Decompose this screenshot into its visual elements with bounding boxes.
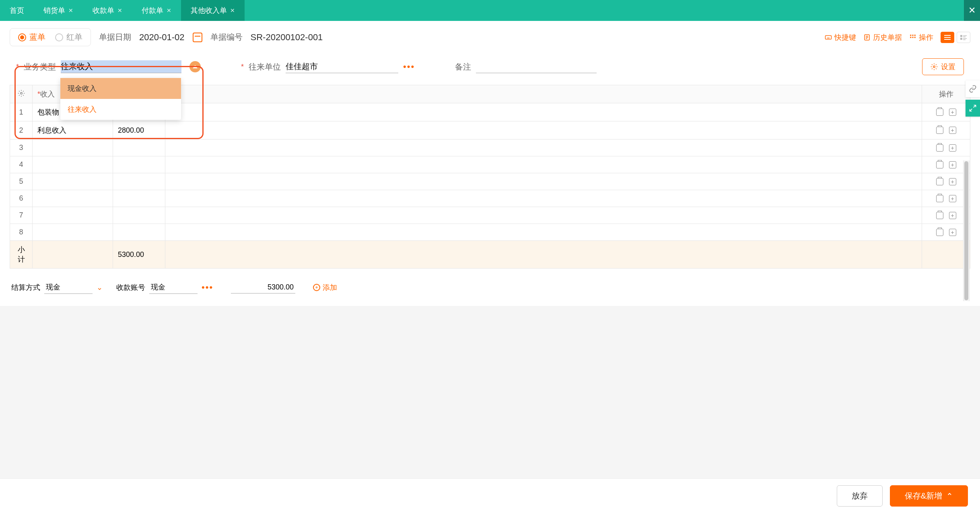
table-row[interactable]: 8 xyxy=(10,224,970,241)
amount-cell[interactable] xyxy=(113,190,165,207)
table-row[interactable]: 6 xyxy=(10,190,970,207)
dropdown-option-cash[interactable]: 现金收入 xyxy=(60,78,181,99)
chevron-up-icon[interactable] xyxy=(189,61,201,72)
add-row-icon[interactable] xyxy=(949,144,956,152)
tab-other-income[interactable]: 其他收入单✕ xyxy=(181,0,245,21)
delete-icon[interactable] xyxy=(936,229,943,236)
view-list-button[interactable] xyxy=(941,32,954,43)
gear-header[interactable] xyxy=(10,85,33,103)
settlement-method-field: 结算方式 现金 ⌄ xyxy=(11,281,103,294)
svg-point-14 xyxy=(933,66,935,68)
delete-icon[interactable] xyxy=(936,161,943,168)
add-row-icon[interactable] xyxy=(949,195,956,202)
add-row-icon[interactable] xyxy=(949,109,956,116)
view-card-button[interactable] xyxy=(957,32,970,43)
delete-icon[interactable] xyxy=(936,195,943,202)
more-icon[interactable]: ••• xyxy=(403,62,415,72)
svg-rect-4 xyxy=(914,35,916,36)
shortcut-link[interactable]: 快捷键 xyxy=(825,33,856,42)
remark-cell[interactable] xyxy=(165,121,922,140)
account-field: 收款账号 现金 ••• xyxy=(116,281,213,294)
table-row[interactable]: 5 xyxy=(10,173,970,190)
delete-icon[interactable] xyxy=(936,144,943,152)
gear-icon xyxy=(18,90,25,97)
link-icon xyxy=(969,85,977,93)
table-row[interactable]: 2 利息收入 2800.00 xyxy=(10,121,970,140)
svg-rect-6 xyxy=(912,37,914,38)
income-cell[interactable] xyxy=(33,156,113,173)
more-icon[interactable]: ••• xyxy=(202,282,213,293)
amount-cell[interactable] xyxy=(113,140,165,156)
add-row-icon[interactable] xyxy=(949,229,956,236)
chevron-up-icon: ⌃ xyxy=(946,491,953,501)
delete-icon[interactable] xyxy=(936,109,943,116)
payment-amount-input[interactable] xyxy=(231,281,295,293)
account-select[interactable]: 现金 xyxy=(149,281,198,294)
scrollbar[interactable] xyxy=(963,160,970,301)
add-row-icon[interactable] xyxy=(949,178,956,185)
form-row: * 业务类型 现金收入 往来收入 * 往来单位 ••• 备注 设置 xyxy=(0,53,980,85)
table-row[interactable]: 4 xyxy=(10,156,970,173)
remark-input[interactable] xyxy=(476,60,597,73)
remark-cell[interactable] xyxy=(165,190,922,207)
tab-sales[interactable]: 销货单✕ xyxy=(34,0,83,21)
tab-home[interactable]: 首页 xyxy=(0,0,34,21)
radio-red[interactable]: 红单 xyxy=(55,32,82,43)
table-row[interactable]: 7 xyxy=(10,207,970,224)
partner-input[interactable] xyxy=(286,60,398,73)
top-actions: 快捷键 历史单据 操作 xyxy=(825,32,970,43)
amount-cell[interactable] xyxy=(113,224,165,241)
add-payment-button[interactable]: + 添加 xyxy=(313,283,337,292)
amount-cell[interactable] xyxy=(113,173,165,190)
method-select[interactable]: 现金 xyxy=(44,281,93,294)
add-row-icon[interactable] xyxy=(949,212,956,219)
ops-link[interactable]: 操作 xyxy=(909,33,933,42)
settings-button[interactable]: 设置 xyxy=(922,58,964,75)
income-cell[interactable] xyxy=(33,140,113,156)
save-button[interactable]: 保存&新增 ⌃ xyxy=(890,485,968,507)
income-cell[interactable]: 利息收入 xyxy=(33,121,113,140)
delete-icon[interactable] xyxy=(936,178,943,185)
close-icon[interactable]: ✕ xyxy=(230,7,235,14)
row-index: 6 xyxy=(10,190,33,207)
add-row-icon[interactable] xyxy=(949,161,956,168)
delete-icon[interactable] xyxy=(936,212,943,219)
remark-cell[interactable] xyxy=(165,140,922,156)
add-row-icon[interactable] xyxy=(949,127,956,134)
link-tool-button[interactable] xyxy=(966,80,980,97)
subtotal-row: 小计 5300.00 xyxy=(10,241,970,269)
biz-type-field: * 业务类型 现金收入 往来收入 xyxy=(16,60,201,73)
remark-cell[interactable] xyxy=(165,173,922,190)
remark-cell[interactable] xyxy=(165,156,922,173)
income-cell[interactable] xyxy=(33,190,113,207)
dropdown-option-partner[interactable]: 往来收入 xyxy=(60,99,181,120)
payment-row: 结算方式 现金 ⌄ 收款账号 现金 ••• + 添加 xyxy=(0,277,980,306)
remark-cell[interactable] xyxy=(165,103,922,121)
remark-cell[interactable] xyxy=(165,224,922,241)
col-ops: 操作 xyxy=(922,85,970,103)
history-link[interactable]: 历史单据 xyxy=(863,33,902,42)
tab-receipt[interactable]: 收款单✕ xyxy=(83,0,132,21)
amount-cell[interactable]: 2800.00 xyxy=(113,121,165,140)
svg-rect-12 xyxy=(963,38,967,39)
tab-payment[interactable]: 付款单✕ xyxy=(132,0,181,21)
close-icon[interactable]: ✕ xyxy=(68,7,73,14)
calendar-icon[interactable] xyxy=(193,33,202,42)
date-value[interactable]: 2020-01-02 xyxy=(139,32,185,43)
chevron-down-icon[interactable]: ⌄ xyxy=(97,283,103,292)
table-row[interactable]: 3 xyxy=(10,140,970,156)
expand-tool-button[interactable] xyxy=(966,100,980,117)
cancel-button[interactable]: 放弃 xyxy=(837,485,883,507)
income-cell[interactable] xyxy=(33,224,113,241)
close-icon[interactable]: ✕ xyxy=(167,7,171,14)
delete-icon[interactable] xyxy=(936,127,943,134)
remark-cell[interactable] xyxy=(165,207,922,224)
radio-blue[interactable]: 蓝单 xyxy=(18,32,45,43)
close-icon[interactable]: ✕ xyxy=(117,7,122,14)
income-cell[interactable] xyxy=(33,207,113,224)
biz-type-input[interactable] xyxy=(61,60,181,73)
tabbar-close-button[interactable]: ✕ xyxy=(964,0,980,21)
amount-cell[interactable] xyxy=(113,207,165,224)
amount-cell[interactable] xyxy=(113,156,165,173)
income-cell[interactable] xyxy=(33,173,113,190)
